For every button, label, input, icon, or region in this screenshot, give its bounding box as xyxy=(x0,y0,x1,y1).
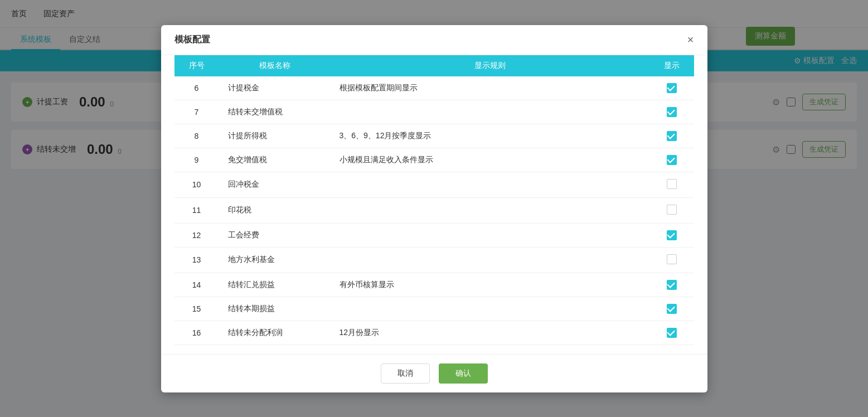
table-row: 7结转未交增值税 xyxy=(174,100,694,124)
row-id: 10 xyxy=(174,172,219,197)
row-id: 6 xyxy=(174,76,219,100)
table-row: 11印花税 xyxy=(174,197,694,223)
row-name: 免交增值税 xyxy=(219,148,331,172)
row-name: 结转汇兑损益 xyxy=(219,273,331,297)
confirm-button[interactable]: 确认 xyxy=(439,363,488,384)
row-name: 印花税 xyxy=(219,197,331,223)
row-checkbox-cell xyxy=(649,148,694,172)
row-id: 8 xyxy=(174,124,219,148)
row-checkbox-11[interactable] xyxy=(667,205,677,215)
row-checkbox-cell xyxy=(649,223,694,247)
row-id: 15 xyxy=(174,297,219,321)
template-config-modal: 模板配置 × 序号 模板名称 显示规则 显示 6计提税金根据模板配置期间显示7结… xyxy=(161,25,707,392)
modal-header: 模板配置 × xyxy=(161,25,707,55)
row-id: 12 xyxy=(174,223,219,247)
row-rule: 根据模板配置期间显示 xyxy=(331,76,649,100)
modal-title: 模板配置 xyxy=(174,34,210,46)
table-row: 13地方水利基金 xyxy=(174,247,694,273)
table-row: 14结转汇兑损益有外币核算显示 xyxy=(174,273,694,297)
row-name: 计提税金 xyxy=(219,76,331,100)
modal-body[interactable]: 序号 模板名称 显示规则 显示 6计提税金根据模板配置期间显示7结转未交增值税8… xyxy=(161,55,707,354)
row-id: 14 xyxy=(174,273,219,297)
row-checkbox-cell xyxy=(649,172,694,197)
row-checkbox-cell xyxy=(649,76,694,100)
row-checkbox-13[interactable] xyxy=(667,254,677,264)
row-name: 计提所得税 xyxy=(219,124,331,148)
row-rule: 3、6、9、12月按季度显示 xyxy=(331,124,649,148)
row-rule xyxy=(331,197,649,223)
row-checkbox-cell xyxy=(649,273,694,297)
row-rule xyxy=(331,172,649,197)
row-checkbox-7[interactable] xyxy=(667,107,677,117)
table-row: 10回冲税金 xyxy=(174,172,694,197)
row-id: 7 xyxy=(174,100,219,124)
row-rule xyxy=(331,100,649,124)
row-checkbox-10[interactable] xyxy=(667,179,677,189)
row-checkbox-9[interactable] xyxy=(667,155,677,165)
col-header-display: 显示 xyxy=(649,55,694,76)
row-checkbox-8[interactable] xyxy=(667,131,677,141)
row-checkbox-cell xyxy=(649,100,694,124)
row-checkbox-15[interactable] xyxy=(667,304,677,314)
row-name: 结转未分配利润 xyxy=(219,321,331,345)
row-rule xyxy=(331,247,649,273)
table-row: 12工会经费 xyxy=(174,223,694,247)
table-header-row: 序号 模板名称 显示规则 显示 xyxy=(174,55,694,76)
row-id: 9 xyxy=(174,148,219,172)
row-name: 工会经费 xyxy=(219,223,331,247)
modal-close-button[interactable]: × xyxy=(687,34,694,45)
row-rule xyxy=(331,297,649,321)
col-header-name: 模板名称 xyxy=(219,55,331,76)
row-rule: 有外币核算显示 xyxy=(331,273,649,297)
row-checkbox-6[interactable] xyxy=(667,83,677,93)
col-header-id: 序号 xyxy=(174,55,219,76)
row-checkbox-cell xyxy=(649,247,694,273)
row-checkbox-cell xyxy=(649,197,694,223)
modal-footer: 取消 确认 xyxy=(161,354,707,392)
row-rule xyxy=(331,223,649,247)
row-rule: 小规模且满足收入条件显示 xyxy=(331,148,649,172)
row-checkbox-12[interactable] xyxy=(667,230,677,240)
row-checkbox-16[interactable] xyxy=(667,328,677,338)
row-name: 地方水利基金 xyxy=(219,247,331,273)
table-row: 9免交增值税小规模且满足收入条件显示 xyxy=(174,148,694,172)
table-row: 15结转本期损益 xyxy=(174,297,694,321)
row-rule: 12月份显示 xyxy=(331,321,649,345)
col-header-rule: 显示规则 xyxy=(331,55,649,76)
row-name: 回冲税金 xyxy=(219,172,331,197)
cancel-button[interactable]: 取消 xyxy=(381,363,430,384)
row-name: 结转未交增值税 xyxy=(219,100,331,124)
table-row: 8计提所得税3、6、9、12月按季度显示 xyxy=(174,124,694,148)
row-id: 16 xyxy=(174,321,219,345)
table-row: 16结转未分配利润12月份显示 xyxy=(174,321,694,345)
row-name: 结转本期损益 xyxy=(219,297,331,321)
row-checkbox-cell xyxy=(649,321,694,345)
row-id: 13 xyxy=(174,247,219,273)
table-row: 6计提税金根据模板配置期间显示 xyxy=(174,76,694,100)
row-checkbox-cell xyxy=(649,124,694,148)
row-checkbox-cell xyxy=(649,297,694,321)
modal-overlay: 模板配置 × 序号 模板名称 显示规则 显示 6计提税金根据模板配置期间显示7结… xyxy=(0,0,868,417)
config-table: 序号 模板名称 显示规则 显示 6计提税金根据模板配置期间显示7结转未交增值税8… xyxy=(174,55,694,345)
row-id: 11 xyxy=(174,197,219,223)
row-checkbox-14[interactable] xyxy=(667,280,677,290)
